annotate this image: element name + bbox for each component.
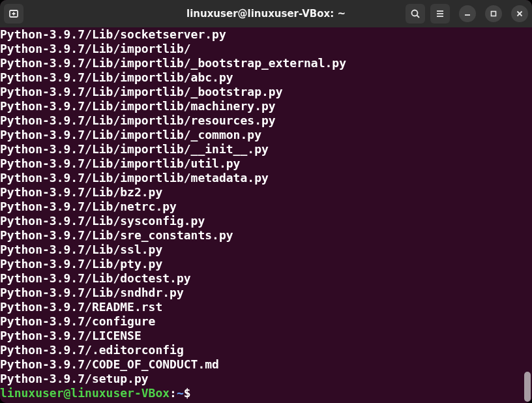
output-line: Python-3.9.7/Lib/importlib/metadata.py xyxy=(0,171,532,185)
output-line: Python-3.9.7/Lib/pty.py xyxy=(0,257,532,271)
output-line: Python-3.9.7/Lib/socketserver.py xyxy=(0,27,532,42)
svg-rect-9 xyxy=(492,12,496,16)
svg-point-3 xyxy=(412,10,418,16)
output-line: Python-3.9.7/Lib/importlib/_bootstrap_ex… xyxy=(0,56,532,70)
maximize-icon xyxy=(490,10,497,18)
output-line: Python-3.9.7/LICENSE xyxy=(0,329,532,343)
scrollbar[interactable] xyxy=(524,27,531,402)
output-line: Python-3.9.7/Lib/importlib/resources.py xyxy=(0,113,532,128)
output-line: Python-3.9.7/Lib/doctest.py xyxy=(0,271,532,286)
minimize-button[interactable] xyxy=(459,5,476,22)
prompt-user-host: linuxuser@linuxuser-VBox xyxy=(0,386,170,400)
close-icon xyxy=(516,10,524,18)
prompt-line[interactable]: linuxuser@linuxuser-VBox:~$ xyxy=(0,386,532,400)
output-line: Python-3.9.7/Lib/importlib/_bootstrap.py xyxy=(0,85,532,99)
search-button[interactable] xyxy=(406,4,425,23)
output-line: Python-3.9.7/Lib/importlib/__init__.py xyxy=(0,142,532,157)
titlebar: linuxuser@linuxuser-VBox: ~ xyxy=(0,0,532,27)
output-line: Python-3.9.7/configure xyxy=(0,314,532,329)
output-line: Python-3.9.7/Lib/importlib/_common.py xyxy=(0,128,532,142)
output-line: Python-3.9.7/Lib/sndhdr.py xyxy=(0,286,532,300)
output-line: Python-3.9.7/.editorconfig xyxy=(0,343,532,357)
svg-line-4 xyxy=(417,16,420,18)
search-icon xyxy=(410,8,421,19)
output-line: Python-3.9.7/Lib/sre_constants.py xyxy=(0,228,532,243)
minimize-icon xyxy=(464,10,471,18)
output-line: Python-3.9.7/setup.py xyxy=(0,372,532,386)
output-line: Python-3.9.7/Lib/importlib/util.py xyxy=(0,157,532,171)
close-button[interactable] xyxy=(511,5,528,22)
maximize-button[interactable] xyxy=(485,5,502,22)
terminal-output: Python-3.9.7/Lib/socketserver.pyPython-3… xyxy=(0,27,532,400)
hamburger-icon xyxy=(435,8,445,19)
prompt-path: ~ xyxy=(177,386,184,400)
prompt-dollar: $ xyxy=(184,386,198,400)
menu-button[interactable] xyxy=(430,4,450,23)
output-line: Python-3.9.7/Lib/importlib/machinery.py xyxy=(0,99,532,113)
output-line: Python-3.9.7/Lib/importlib/ xyxy=(0,42,532,56)
output-line: Python-3.9.7/CODE_OF_CONDUCT.md xyxy=(0,357,532,372)
output-line: Python-3.9.7/Lib/netrc.py xyxy=(0,200,532,214)
svg-line-11 xyxy=(518,12,522,16)
output-line: Python-3.9.7/Lib/importlib/abc.py xyxy=(0,70,532,85)
output-line: Python-3.9.7/README.rst xyxy=(0,300,532,314)
output-line: Python-3.9.7/Lib/sysconfig.py xyxy=(0,214,532,228)
svg-rect-0 xyxy=(10,10,18,17)
output-line: Python-3.9.7/Lib/bz2.py xyxy=(0,185,532,200)
new-tab-button[interactable] xyxy=(4,4,23,23)
prompt-colon: : xyxy=(170,386,177,400)
scrollbar-thumb[interactable] xyxy=(524,372,531,402)
terminal-window: linuxuser@linuxuser-VBox: ~ xyxy=(0,0,532,403)
terminal-area[interactable]: Python-3.9.7/Lib/socketserver.pyPython-3… xyxy=(0,27,532,403)
output-line: Python-3.9.7/Lib/ssl.py xyxy=(0,243,532,257)
svg-line-10 xyxy=(518,12,522,16)
